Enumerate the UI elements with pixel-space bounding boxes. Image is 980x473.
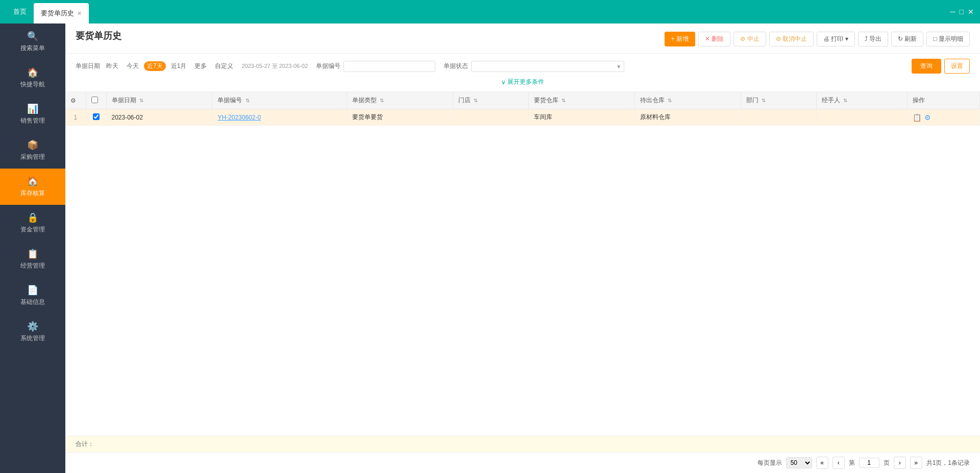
sidebar-item-inventory[interactable]: 🏠 库存核算 bbox=[0, 169, 65, 205]
sidebar-item-purchase[interactable]: 📦 采购管理 bbox=[0, 132, 65, 169]
sidebar-item-inventory-label: 库存核算 bbox=[20, 189, 45, 198]
cell-handler bbox=[816, 109, 907, 126]
data-table: ⚙ 单据日期 ⇅ 单据编号 ⇅ 单据类型 ⇅ 门店 ⇅ 要货仓库 ⇅ 待出仓库 … bbox=[65, 92, 980, 126]
tab-bar: 首页 要货单历史 ✕ bbox=[6, 0, 950, 23]
col-settings[interactable]: ⚙ bbox=[65, 92, 86, 109]
prev-page-button[interactable]: ‹ bbox=[832, 457, 845, 469]
table-footer: 合计： bbox=[65, 436, 980, 452]
doc-no-filter-label: 单据编号 bbox=[316, 62, 340, 70]
cancel-stop-button[interactable]: ⊘ 取消中止 bbox=[769, 32, 814, 46]
cell-checkbox bbox=[86, 109, 106, 126]
filter-area: 单据日期 昨天 今天 近7天 近1月 更多 自定义 2023-05-27 至 2… bbox=[65, 54, 980, 92]
query-button[interactable]: 查询 bbox=[912, 59, 941, 74]
row-detail-icon[interactable]: ⚙ bbox=[924, 113, 931, 122]
sidebar-item-sales[interactable]: 📊 销售管理 bbox=[0, 96, 65, 132]
operations-icon: 📋 bbox=[27, 248, 38, 259]
sidebar-item-system-label: 系统管理 bbox=[20, 334, 45, 343]
tab-close-icon[interactable]: ✕ bbox=[77, 10, 82, 17]
tab-home[interactable]: 首页 bbox=[6, 0, 34, 23]
sort-date-icon[interactable]: ⇅ bbox=[139, 98, 143, 103]
maximize-icon[interactable]: □ bbox=[960, 8, 964, 16]
setting-button[interactable]: 设置 bbox=[944, 59, 970, 74]
cell-date: 2023-06-02 bbox=[106, 109, 212, 126]
expand-filter-button[interactable]: ∨ 展开更多条件 bbox=[501, 78, 544, 86]
sidebar-item-operations[interactable]: 📋 经营管理 bbox=[0, 241, 65, 277]
date-btn-today[interactable]: 今天 bbox=[124, 61, 142, 71]
col-req-warehouse: 要货仓库 ⇅ bbox=[529, 92, 635, 109]
pagination-bar: 每页显示 50 20 100 « ‹ 第 页 › » 共1页，1条记录 bbox=[65, 452, 980, 473]
export-button[interactable]: ⤴ 导出 bbox=[858, 32, 888, 46]
close-window-icon[interactable]: ✕ bbox=[968, 8, 974, 16]
sort-req-warehouse-icon[interactable]: ⇅ bbox=[561, 98, 566, 103]
show-detail-button[interactable]: □ 显示明细 bbox=[926, 32, 970, 46]
minimize-icon[interactable]: ─ bbox=[950, 8, 955, 16]
sales-icon: 📊 bbox=[27, 103, 38, 114]
system-icon: ⚙️ bbox=[27, 321, 38, 332]
next-page-button[interactable]: › bbox=[894, 457, 906, 469]
new-button[interactable]: + 新增 bbox=[665, 32, 695, 46]
date-range-display: 2023-05-27 至 2023-06-02 bbox=[241, 62, 308, 70]
stop-button[interactable]: ⊘ 中止 bbox=[733, 32, 766, 46]
page-number-input[interactable] bbox=[859, 458, 879, 468]
sort-department-icon[interactable]: ⇅ bbox=[762, 98, 766, 103]
tab-purchase-history-label: 要货单历史 bbox=[41, 9, 74, 18]
first-page-button[interactable]: « bbox=[816, 457, 828, 469]
print-button[interactable]: 🖨 打印 ▾ bbox=[817, 32, 855, 46]
sort-pending-warehouse-icon[interactable]: ⇅ bbox=[668, 98, 672, 103]
main-area: 🔍 搜索菜单 🏠 快捷导航 📊 销售管理 📦 采购管理 🏠 库存核算 🔒 bbox=[0, 23, 980, 473]
date-btn-more[interactable]: 更多 bbox=[191, 61, 210, 71]
cell-department bbox=[741, 109, 816, 126]
sort-store-icon[interactable]: ⇅ bbox=[474, 98, 478, 103]
sidebar-item-basic-info-label: 基础信息 bbox=[20, 298, 45, 306]
content-body: ⚙ 单据日期 ⇅ 单据编号 ⇅ 单据类型 ⇅ 门店 ⇅ 要货仓库 ⇅ 待出仓库 … bbox=[65, 92, 980, 473]
col-department: 部门 ⇅ bbox=[741, 92, 816, 109]
sidebar-item-finance-label: 资金管理 bbox=[20, 225, 45, 234]
window-controls: ─ □ ✕ bbox=[950, 8, 974, 16]
sort-handler-icon[interactable]: ⇅ bbox=[843, 98, 847, 103]
sidebar-item-system[interactable]: ⚙️ 系统管理 bbox=[0, 314, 65, 350]
sidebar-item-finance[interactable]: 🔒 资金管理 bbox=[0, 205, 65, 241]
home-icon: 🏠 bbox=[27, 67, 38, 78]
sidebar-item-search[interactable]: 🔍 搜索菜单 bbox=[0, 23, 65, 60]
date-btn-last-month[interactable]: 近1月 bbox=[168, 61, 190, 71]
sidebar-item-basic-info[interactable]: 📄 基础信息 bbox=[0, 277, 65, 314]
doc-no-input[interactable] bbox=[344, 61, 435, 72]
col-checkbox bbox=[86, 92, 106, 109]
date-btn-last7[interactable]: 近7天 bbox=[144, 61, 166, 71]
sidebar-item-quick-nav[interactable]: 🏠 快捷导航 bbox=[0, 60, 65, 96]
row-edit-icon[interactable]: 📋 bbox=[913, 113, 921, 122]
tab-purchase-history[interactable]: 要货单历史 ✕ bbox=[34, 3, 89, 23]
query-buttons: 查询 设置 bbox=[912, 59, 970, 74]
table-header: ⚙ 单据日期 ⇅ 单据编号 ⇅ 单据类型 ⇅ 门店 ⇅ 要货仓库 ⇅ 待出仓库 … bbox=[65, 92, 980, 109]
date-btn-yesterday[interactable]: 昨天 bbox=[103, 61, 121, 71]
doc-status-filter-group: 单据状态 bbox=[444, 61, 903, 72]
page-input-prefix: 第 bbox=[849, 459, 855, 467]
cell-pending-warehouse: 原材料仓库 bbox=[634, 109, 741, 126]
doc-status-filter-label: 单据状态 bbox=[444, 62, 468, 70]
doc-status-select[interactable] bbox=[471, 61, 624, 72]
cell-seq: 1 bbox=[65, 109, 86, 126]
doc-no-link[interactable]: YH-20230602-0 bbox=[217, 114, 261, 121]
select-all-checkbox[interactable] bbox=[91, 97, 98, 103]
sort-type-icon[interactable]: ⇅ bbox=[380, 98, 384, 103]
col-action: 操作 bbox=[907, 92, 979, 109]
sort-no-icon[interactable]: ⇅ bbox=[246, 98, 250, 103]
refresh-button[interactable]: ↻ 刷新 bbox=[891, 32, 923, 46]
page-input-suffix: 页 bbox=[884, 459, 890, 467]
col-handler: 经手人 ⇅ bbox=[816, 92, 907, 109]
page-size-select[interactable]: 50 20 100 bbox=[786, 457, 812, 468]
sidebar-item-search-label: 搜索菜单 bbox=[20, 44, 45, 53]
purchase-icon: 📦 bbox=[27, 139, 38, 151]
basic-info-icon: 📄 bbox=[27, 285, 38, 296]
page-title: 要货单历史 bbox=[76, 30, 121, 42]
row-checkbox[interactable] bbox=[93, 113, 100, 120]
sidebar-item-operations-label: 经营管理 bbox=[20, 262, 45, 270]
doc-no-filter-group: 单据编号 bbox=[316, 61, 435, 72]
last-page-button[interactable]: » bbox=[910, 457, 922, 469]
summary-label: 合计： bbox=[76, 440, 94, 448]
date-btn-custom[interactable]: 自定义 bbox=[212, 61, 236, 71]
table-area: ⚙ 单据日期 ⇅ 单据编号 ⇅ 单据类型 ⇅ 门店 ⇅ 要货仓库 ⇅ 待出仓库 … bbox=[65, 92, 980, 436]
delete-button[interactable]: ✕ 删除 bbox=[698, 32, 730, 46]
col-date: 单据日期 ⇅ bbox=[106, 92, 212, 109]
table-row[interactable]: 1 2023-06-02 YH-20230602-0 要货单要货 车间库 原材料… bbox=[65, 109, 980, 126]
